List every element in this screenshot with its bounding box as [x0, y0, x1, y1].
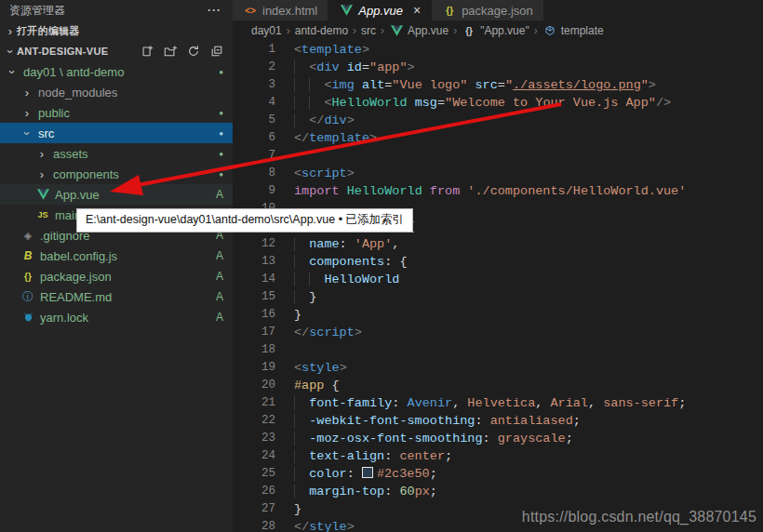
tree-item-babel-config-js[interactable]: Bbabel.config.jsA [0, 246, 233, 266]
babel-config-file-icon: B [20, 249, 35, 262]
code-text: } [294, 500, 301, 518]
code-line[interactable]: 12 name: 'App', [233, 235, 763, 253]
code-line[interactable]: 18 [233, 341, 763, 359]
tree-item-components[interactable]: ›components● [0, 164, 233, 184]
new-file-icon[interactable] [141, 45, 154, 58]
code-text: components: { [294, 253, 408, 271]
explorer-sidebar: 资源管理器 ··· › 打开的编辑器 › ANT-DESIGN-VUE [0, 0, 233, 532]
code-line[interactable]: 2 <div id="app"> [233, 59, 763, 76]
tree-item-readme-md[interactable]: ⓘREADME.mdA [0, 286, 233, 307]
code-line[interactable]: 25 color: #2c3e50; [233, 465, 763, 483]
line-number: 14 [233, 271, 275, 288]
code-line[interactable]: 16} [233, 306, 763, 324]
line-number: 4 [233, 94, 275, 112]
tree-item-yarn-lock[interactable]: yarn.lockA [0, 307, 233, 327]
code-text: <template> [294, 41, 369, 59]
close-icon[interactable]: × [413, 4, 421, 17]
tree-item-app-vue[interactable]: App.vueA [0, 184, 233, 205]
tree-item-label: yarn.lock [40, 311, 88, 325]
modified-dot-badge: ● [219, 150, 223, 158]
code-line[interactable]: 8<script> [233, 165, 763, 182]
more-actions-icon[interactable]: ··· [207, 4, 221, 17]
breadcrumb-item-template[interactable]: template [542, 24, 604, 37]
code-line[interactable]: 1<template> [233, 41, 763, 59]
line-number: 13 [233, 253, 275, 271]
line-number: 18 [233, 341, 275, 359]
breadcrumb-label: App.vue [408, 24, 448, 37]
breadcrumb-item-src[interactable]: src [361, 24, 376, 37]
code-line[interactable]: 22 -webkit-font-smoothing: antialiased; [233, 412, 763, 430]
code-editor[interactable]: 1<template>2 <div id="app">3 <img alt="V… [233, 41, 763, 532]
tree-item-label: assets [53, 147, 88, 161]
open-editors-header[interactable]: › 打开的编辑器 [0, 20, 233, 41]
code-text: </div> [294, 112, 355, 129]
editor-group: <>index.htmlApp.vue×{}package.json day01… [233, 0, 763, 532]
code-line[interactable]: 3 <img alt="Vue logo" src="./assets/logo… [233, 76, 763, 94]
code-line[interactable]: 5 </div> [233, 112, 763, 129]
line-number: 15 [233, 288, 275, 306]
code-line[interactable]: 9import HelloWorld from './components/He… [233, 182, 763, 200]
code-line[interactable]: 6</template> [233, 129, 763, 147]
code-text: <img alt="Vue logo" src="./assets/logo.p… [294, 76, 656, 94]
chevron-right-icon: › [35, 167, 48, 181]
breadcrumb-item-app-vue[interactable]: {}"App.vue" [462, 24, 529, 37]
breadcrumb-separator: › [351, 24, 358, 37]
line-number: 24 [233, 447, 275, 465]
explorer-title: 资源管理器 [9, 3, 65, 19]
code-line[interactable]: 7 [233, 147, 763, 165]
code-line[interactable]: 24 text-align: center; [233, 447, 763, 465]
tab-index-html[interactable]: <>index.html [233, 0, 328, 20]
chevron-right-icon: › [20, 86, 33, 100]
tree-item-assets[interactable]: ›assets● [0, 143, 233, 164]
line-number: 3 [233, 76, 275, 94]
chevron-right-icon: › [4, 24, 17, 38]
code-text: import HelloWorld from './components/Hel… [294, 182, 686, 200]
code-line[interactable]: 14 HelloWorld [233, 271, 763, 288]
tree-item-label: babel.config.js [40, 249, 117, 263]
line-number: 2 [233, 59, 275, 76]
code-text: } [294, 306, 301, 324]
code-line[interactable]: 13 components: { [233, 253, 763, 271]
breadcrumb-item-day01[interactable]: day01 [251, 24, 282, 37]
line-number: 22 [233, 412, 275, 430]
code-line[interactable]: 26 margin-top: 60px; [233, 483, 763, 500]
modified-dot-badge: ● [219, 129, 223, 138]
explorer-toolbar [141, 45, 233, 58]
code-line[interactable]: 17</script> [233, 324, 763, 341]
tree-item-label: day01 \ antd-demo [23, 65, 124, 79]
breadcrumb-item-antd-demo[interactable]: antd-demo [295, 24, 348, 37]
workspace-label: ANT-DESIGN-VUE [17, 46, 108, 57]
tab-package-json[interactable]: {}package.json [432, 0, 544, 20]
tree-item-label: node_modules [38, 86, 117, 100]
code-line[interactable]: 23 -moz-osx-font-smoothing: grayscale; [233, 430, 763, 447]
git-added-badge: A [216, 311, 223, 324]
tree-item-package-json[interactable]: {}package.jsonA [0, 266, 233, 286]
git-added-badge: A [216, 290, 223, 303]
breadcrumb-item-app-vue[interactable]: App.vue [389, 24, 448, 37]
refresh-icon[interactable] [187, 45, 200, 58]
gitignore-file-icon: ◈ [20, 230, 35, 242]
git-added-badge: A [216, 188, 223, 201]
line-number: 6 [233, 129, 275, 147]
code-line[interactable]: 4 <HelloWorld msg="Welcome to Your Vue.j… [233, 94, 763, 112]
line-number: 1 [233, 41, 275, 59]
line-number: 20 [233, 377, 275, 394]
tree-item-src[interactable]: ›src● [0, 123, 233, 143]
code-line[interactable]: 20#app { [233, 377, 763, 394]
tree-item-node-modules[interactable]: ›node_modules [0, 82, 233, 102]
code-line[interactable]: 21 font-family: Avenir, Helvetica, Arial… [233, 394, 763, 412]
vscode-window: 资源管理器 ··· › 打开的编辑器 › ANT-DESIGN-VUE [0, 0, 763, 532]
tab-app-vue[interactable]: App.vue× [328, 0, 432, 20]
code-line[interactable]: 19<style> [233, 359, 763, 377]
tree-item-label: components [53, 167, 119, 181]
tree-item-public[interactable]: ›public● [0, 102, 233, 123]
chevron-down-icon: › [20, 126, 34, 140]
collapse-all-icon[interactable] [210, 45, 223, 58]
tree-item-day01-antd-demo[interactable]: ›day01 \ antd-demo● [0, 61, 233, 82]
line-number: 28 [233, 518, 275, 532]
workspace-header[interactable]: › ANT-DESIGN-VUE [0, 41, 233, 61]
color-swatch [362, 467, 373, 478]
new-folder-icon[interactable] [164, 45, 177, 58]
code-line[interactable]: 15 } [233, 288, 763, 306]
breadcrumb-separator: › [379, 24, 386, 37]
